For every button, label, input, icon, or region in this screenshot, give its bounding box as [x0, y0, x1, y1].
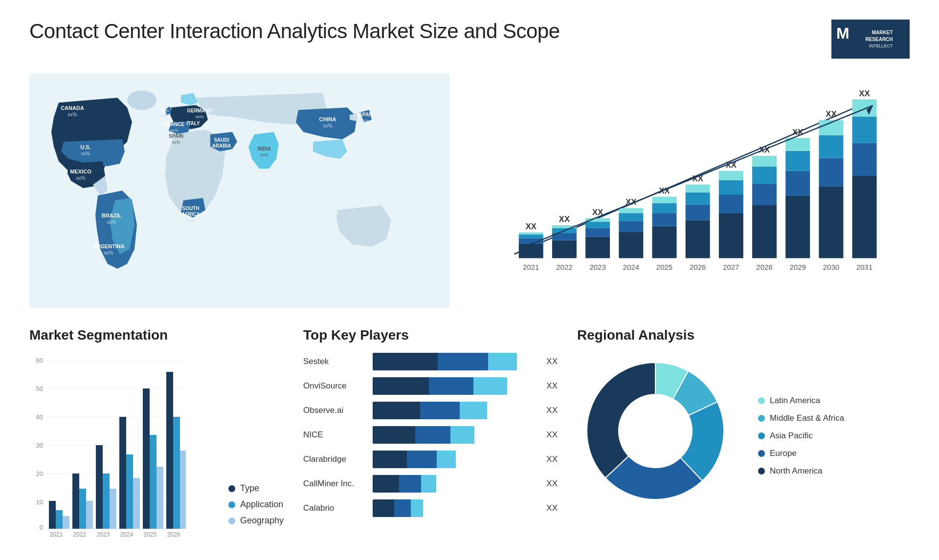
- svg-text:2026: 2026: [167, 531, 180, 538]
- player-value: XX: [546, 357, 558, 366]
- bar-segment: [415, 426, 450, 444]
- svg-text:2026: 2026: [690, 263, 706, 271]
- svg-rect-130: [126, 454, 133, 529]
- regional-legend-item: Middle East & Africa: [758, 413, 844, 423]
- player-name: Observe.ai: [303, 406, 367, 415]
- svg-rect-98: [852, 99, 877, 116]
- regional-legend-dot: [758, 468, 765, 474]
- logo-letter: M: [836, 24, 850, 43]
- svg-rect-121: [72, 474, 79, 529]
- player-row: ClarabridgeXX: [303, 451, 558, 468]
- player-value: XX: [546, 454, 558, 464]
- svg-text:xx%: xx%: [81, 151, 90, 156]
- world-map-svg: CANADA xx% U.S. xx% MEXICO xx% BRAZIL xx…: [29, 73, 450, 308]
- player-value: XX: [546, 406, 558, 415]
- svg-text:0: 0: [40, 524, 43, 531]
- segmentation-container: Market Segmentation 60 50 40 30 20 10 0: [29, 327, 284, 560]
- bar-segment: [407, 451, 437, 468]
- svg-text:50: 50: [36, 385, 43, 392]
- logo-box: M MARKET RESEARCH INTELLECT: [831, 20, 910, 59]
- svg-text:U.S.: U.S.: [80, 144, 90, 150]
- svg-text:CHINA: CHINA: [319, 116, 336, 122]
- legend-item-type: Type: [228, 483, 284, 494]
- svg-rect-84: [785, 171, 810, 196]
- regional-legend-item: Asia Pacific: [758, 431, 844, 441]
- svg-text:2025: 2025: [656, 263, 672, 271]
- svg-text:2029: 2029: [790, 263, 806, 271]
- player-bar: [373, 402, 497, 419]
- donut-svg: [577, 353, 743, 519]
- svg-text:2024: 2024: [120, 531, 134, 538]
- svg-rect-85: [785, 151, 810, 171]
- bar-segment: [373, 451, 407, 468]
- map-container: CANADA xx% U.S. xx% MEXICO xx% BRAZIL xx…: [29, 73, 450, 308]
- player-row: CallMiner Inc.XX: [303, 475, 558, 493]
- svg-text:2027: 2027: [723, 263, 739, 271]
- regional-legend-item: Europe: [758, 449, 844, 458]
- donut-area: Latin AmericaMiddle East & AfricaAsia Pa…: [577, 353, 910, 519]
- svg-text:xx%: xx%: [160, 113, 168, 118]
- player-row: SestekXX: [303, 353, 558, 370]
- svg-rect-83: [785, 196, 810, 258]
- bar-segment: [373, 426, 415, 444]
- regional-legend-item: Latin America: [758, 396, 844, 406]
- svg-text:xx%: xx%: [360, 118, 368, 123]
- svg-rect-48: [585, 228, 610, 237]
- svg-rect-71: [719, 213, 743, 258]
- svg-text:GERMANY: GERMANY: [187, 108, 212, 113]
- regional-legend-dot: [758, 415, 765, 422]
- svg-text:ITALY: ITALY: [186, 121, 200, 126]
- svg-text:ARABIA: ARABIA: [212, 143, 231, 149]
- svg-text:40: 40: [36, 413, 43, 421]
- svg-text:30: 30: [36, 442, 43, 449]
- svg-text:xx%: xx%: [172, 140, 180, 145]
- regional-legend-dot: [758, 450, 765, 457]
- svg-text:xx%: xx%: [195, 114, 203, 119]
- player-value: XX: [546, 381, 558, 391]
- player-bar: [373, 426, 491, 444]
- svg-text:xx%: xx%: [68, 112, 77, 117]
- svg-text:xx%: xx%: [170, 128, 178, 133]
- player-row: NICEXX: [303, 426, 558, 444]
- svg-text:60: 60: [36, 357, 43, 364]
- svg-text:INDIA: INDIA: [257, 146, 270, 151]
- player-name: CallMiner Inc.: [303, 479, 367, 489]
- player-row: Observe.aiXX: [303, 402, 558, 419]
- svg-rect-90: [819, 158, 843, 187]
- svg-rect-117: [49, 501, 56, 529]
- svg-rect-66: [686, 205, 710, 220]
- svg-text:xx%: xx%: [217, 150, 225, 154]
- page-container: Contact Center Interaction Analytics Mar…: [0, 0, 939, 560]
- bar-segment: [399, 475, 422, 493]
- bar-segment: [438, 353, 488, 370]
- bar-chart-svg: XX2021XX2022XX2023XX2024XX2025XX2026XX20…: [479, 83, 900, 279]
- player-bar: [373, 353, 517, 370]
- svg-rect-65: [686, 220, 710, 258]
- bar-segment: [473, 377, 507, 395]
- segmentation-title: Market Segmentation: [29, 327, 284, 343]
- svg-text:xx%: xx%: [107, 219, 116, 225]
- svg-rect-61: [652, 203, 676, 213]
- svg-rect-41: [552, 240, 577, 258]
- canada-label: CANADA: [61, 105, 84, 111]
- legend-label-type: Type: [240, 483, 259, 494]
- bar-segment: [450, 426, 474, 444]
- regional-legend-label: Middle East & Africa: [770, 413, 844, 423]
- svg-rect-129: [119, 417, 126, 529]
- svg-rect-60: [652, 213, 676, 226]
- svg-rect-68: [686, 185, 710, 193]
- svg-rect-123: [86, 501, 93, 529]
- svg-text:2022: 2022: [556, 263, 572, 271]
- svg-rect-97: [852, 116, 877, 143]
- regional-legend: Latin AmericaMiddle East & AfricaAsia Pa…: [758, 396, 844, 476]
- svg-text:SPAIN: SPAIN: [169, 133, 183, 139]
- legend-label-geography: Geography: [240, 516, 284, 526]
- bar-segment: [420, 402, 460, 419]
- regional-legend-dot: [758, 432, 765, 439]
- svg-rect-35: [519, 244, 543, 258]
- player-bar: [373, 377, 507, 395]
- bar-segment: [373, 353, 438, 370]
- svg-rect-118: [56, 510, 63, 529]
- legend-item-application: Application: [228, 499, 284, 510]
- svg-rect-59: [652, 226, 676, 258]
